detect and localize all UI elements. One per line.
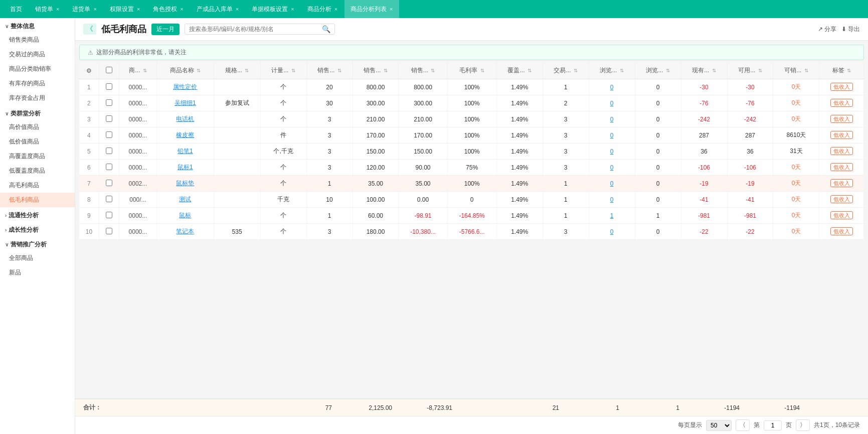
cell-checkbox[interactable] xyxy=(99,192,119,208)
col-code[interactable]: 商... ⇅ xyxy=(119,62,157,79)
col-sellable[interactable]: 可销... ⇅ xyxy=(773,62,819,79)
sidebar-item-all-goods[interactable]: 全部商品 xyxy=(0,251,75,265)
close-icon[interactable]: × xyxy=(56,0,59,18)
sidebar-item-traded-goods[interactable]: 交易过的商品 xyxy=(0,47,75,62)
nav-product-analysis[interactable]: 商品分析 × xyxy=(301,0,343,18)
col-browse2[interactable]: 浏览... ⇅ xyxy=(635,62,681,79)
cell-browse1[interactable]: 0 xyxy=(589,176,635,192)
date-filter-button[interactable]: 近一月 xyxy=(151,24,180,35)
sidebar-item-high-margin[interactable]: 高毛利商品 xyxy=(0,178,75,193)
close-icon[interactable]: × xyxy=(180,0,183,18)
cell-name[interactable]: 吴细细1 xyxy=(157,95,214,111)
cell-checkbox[interactable] xyxy=(99,79,119,95)
close-icon[interactable]: × xyxy=(334,0,337,18)
col-trade-count[interactable]: 交易... ⇅ xyxy=(543,62,589,79)
cell-checkbox[interactable] xyxy=(99,160,119,176)
col-coverage[interactable]: 覆盖... ⇅ xyxy=(496,62,543,79)
col-name[interactable]: 商品名称 ⇅ xyxy=(157,62,214,79)
sidebar-item-high-value[interactable]: 高价值商品 xyxy=(0,120,75,134)
cell-code: 0000... xyxy=(119,111,157,127)
cell-browse1[interactable]: 0 xyxy=(589,192,635,208)
cell-browse1[interactable]: 0 xyxy=(589,224,635,240)
sidebar-item-category-rate[interactable]: 商品分类助销率 xyxy=(0,62,75,76)
cell-name[interactable]: 鼠标 xyxy=(157,208,214,224)
nav-product-analysis-list[interactable]: 商品分析列表 × xyxy=(344,0,399,18)
cell-browse1[interactable]: 0 xyxy=(589,95,635,111)
col-unit[interactable]: 计量... ⇅ xyxy=(260,62,306,79)
prev-page-button[interactable]: 〈 xyxy=(736,419,750,431)
cell-sales-amount: 35.00 xyxy=(399,176,447,192)
col-tag[interactable]: 标签 ⇅ xyxy=(819,62,864,79)
sidebar-item-low-value[interactable]: 低价值商品 xyxy=(0,134,75,149)
nav-sales-order[interactable]: 销货单 × xyxy=(29,0,65,18)
share-button[interactable]: ↗ 分享 xyxy=(818,25,836,34)
footer-current-stock: -1194 xyxy=(700,404,740,411)
close-icon[interactable]: × xyxy=(236,0,239,18)
sidebar-item-capital-usage[interactable]: 库存资金占用 xyxy=(0,91,75,105)
col-available[interactable]: 可用... ⇅ xyxy=(727,62,773,79)
cell-browse1[interactable]: 0 xyxy=(589,111,635,127)
sidebar-group-growth[interactable]: › 成长性分析 xyxy=(0,222,75,236)
nav-home[interactable]: 首页 xyxy=(4,0,28,18)
close-icon[interactable]: × xyxy=(93,0,96,18)
col-browse1[interactable]: 浏览... ⇅ xyxy=(589,62,635,79)
page-number-input[interactable] xyxy=(764,420,782,430)
sidebar-item-high-coverage[interactable]: 高覆盖度商品 xyxy=(0,149,75,164)
cell-browse1[interactable]: 1 xyxy=(589,208,635,224)
col-checkbox[interactable] xyxy=(99,62,119,79)
search-input[interactable] xyxy=(189,26,322,33)
cell-sales-amount: 300.00 xyxy=(399,95,447,111)
sidebar-group-marketing[interactable]: ∨ 营销推广分析 xyxy=(0,236,75,251)
nav-purchase-order[interactable]: 进货单 × xyxy=(66,0,102,18)
select-all-checkbox[interactable] xyxy=(106,67,112,73)
nav-role-auth[interactable]: 角色授权 × xyxy=(147,0,189,18)
cell-checkbox[interactable] xyxy=(99,208,119,224)
cell-coverage: 1.49% xyxy=(496,127,543,143)
per-page-select[interactable]: 50 100 200 xyxy=(706,420,732,431)
cell-checkbox[interactable] xyxy=(99,111,119,127)
col-sales-qty[interactable]: 销售... ⇅ xyxy=(306,62,353,79)
cell-name[interactable]: 鼠标垫 xyxy=(157,176,214,192)
close-icon[interactable]: × xyxy=(390,0,393,18)
sidebar-item-low-margin[interactable]: 低毛利商品 xyxy=(0,193,75,207)
sidebar-item-sales-goods[interactable]: 销售类商品 xyxy=(0,33,75,47)
cell-name[interactable]: 测试 xyxy=(157,192,214,208)
cell-checkbox[interactable] xyxy=(99,127,119,143)
cell-name[interactable]: 鼠标1 xyxy=(157,160,214,176)
col-sales-amount[interactable]: 销售... ⇅ xyxy=(399,62,447,79)
col-settings[interactable]: ⚙ xyxy=(79,62,99,79)
col-gross-margin[interactable]: 毛利率 ⇅ xyxy=(447,62,496,79)
close-icon[interactable]: × xyxy=(291,0,294,18)
cell-name[interactable]: 属性定价 xyxy=(157,79,214,95)
col-current-stock[interactable]: 现有... ⇅ xyxy=(681,62,727,79)
cell-browse1[interactable]: 0 xyxy=(589,79,635,95)
cell-sales-qty: 1 xyxy=(306,208,353,224)
sidebar-item-new-goods[interactable]: 新品 xyxy=(0,265,75,280)
nav-permission[interactable]: 权限设置 × xyxy=(104,0,146,18)
sidebar-item-in-stock[interactable]: 有库存的商品 xyxy=(0,76,75,91)
nav-template-settings[interactable]: 单据模板设置 × xyxy=(246,0,300,18)
sidebar-group-overall[interactable]: ∨ 整体信息 xyxy=(0,18,75,33)
cell-browse1[interactable]: 0 xyxy=(589,143,635,160)
cell-browse1[interactable]: 0 xyxy=(589,160,635,176)
cell-sales-amount: 90.00 xyxy=(399,160,447,176)
next-page-button[interactable]: 〉 xyxy=(796,419,810,431)
cell-name[interactable]: 铅笔1 xyxy=(157,143,214,160)
col-sales-price[interactable]: 销售... ⇅ xyxy=(353,62,399,79)
sidebar-group-cluster[interactable]: ∨ 类群堂分析 xyxy=(0,105,75,120)
cell-browse1[interactable]: 0 xyxy=(589,127,635,143)
nav-finished-goods[interactable]: 产成品入库单 × xyxy=(191,0,245,18)
cell-name[interactable]: 橡皮擦 xyxy=(157,127,214,143)
sidebar-item-low-coverage[interactable]: 低覆盖度商品 xyxy=(0,164,75,178)
collapse-sidebar-button[interactable]: 《 xyxy=(83,24,96,35)
export-button[interactable]: ⬇ 导出 xyxy=(841,25,860,34)
cell-checkbox[interactable] xyxy=(99,176,119,192)
cell-checkbox[interactable] xyxy=(99,95,119,111)
cell-name[interactable]: 电话机 xyxy=(157,111,214,127)
close-icon[interactable]: × xyxy=(137,0,140,18)
cell-checkbox[interactable] xyxy=(99,143,119,160)
sidebar-group-flow[interactable]: › 流通性分析 xyxy=(0,207,75,222)
cell-checkbox[interactable] xyxy=(99,224,119,240)
col-spec[interactable]: 规格... ⇅ xyxy=(214,62,260,79)
cell-name[interactable]: 笔记本 xyxy=(157,224,214,240)
